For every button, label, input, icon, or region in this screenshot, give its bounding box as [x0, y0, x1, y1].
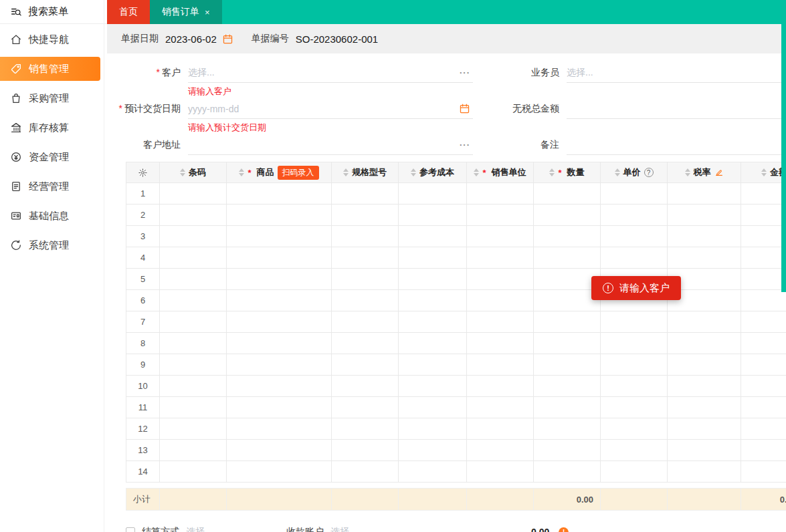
grid-cell[interactable] — [467, 205, 534, 226]
grid-cell[interactable] — [332, 290, 399, 311]
sidebar-item-purchase-bag[interactable]: 采购管理 — [0, 84, 107, 113]
sort-icon[interactable] — [239, 168, 244, 176]
grid-cell[interactable] — [160, 418, 227, 440]
grid-cell[interactable] — [399, 269, 467, 290]
grid-cell[interactable] — [227, 247, 332, 269]
vertical-scrollbar[interactable] — [781, 24, 786, 292]
ellipsis-picker-icon[interactable] — [460, 68, 473, 78]
delivery-date-input[interactable]: yyyy-mm-dd — [188, 99, 473, 119]
customer-address-input[interactable] — [188, 135, 473, 155]
grid-cell[interactable] — [534, 226, 601, 247]
grid-cell[interactable] — [399, 440, 467, 461]
batch-edit-icon[interactable] — [714, 168, 724, 177]
grid-cell[interactable] — [534, 461, 601, 483]
sidebar-item-inventory[interactable]: 库存核算 — [0, 113, 107, 142]
grid-cell[interactable] — [332, 311, 399, 333]
tab-home[interactable]: 首页 — [107, 0, 150, 24]
column-header-cost[interactable]: 参考成本 — [399, 162, 467, 183]
grid-cell[interactable] — [160, 461, 227, 483]
column-header-barcode[interactable]: 条码 — [160, 162, 227, 183]
grid-cell[interactable] — [467, 376, 534, 397]
notax-total-input[interactable] — [567, 99, 786, 119]
grid-cell[interactable] — [741, 247, 786, 269]
grid-cell[interactable] — [227, 333, 332, 354]
grid-cell[interactable] — [741, 461, 786, 483]
sort-icon[interactable] — [549, 168, 555, 176]
grid-cell[interactable] — [227, 440, 332, 461]
grid-cell[interactable] — [668, 354, 741, 376]
grid-cell[interactable] — [741, 290, 786, 311]
grid-cell[interactable] — [467, 183, 534, 205]
grid-cell[interactable] — [668, 183, 741, 205]
grid-cell[interactable] — [332, 376, 399, 397]
grid-cell[interactable] — [534, 354, 601, 376]
settlement-checkbox[interactable] — [126, 527, 135, 532]
column-header-qty[interactable]: 数量 — [534, 162, 601, 183]
column-header-rownum[interactable] — [126, 162, 160, 183]
grid-cell[interactable] — [227, 183, 332, 205]
grid-cell[interactable] — [227, 205, 332, 226]
grid-cell[interactable] — [399, 461, 467, 483]
grid-cell[interactable] — [160, 440, 227, 461]
ellipsis-picker-icon[interactable] — [460, 140, 473, 150]
column-header-amount[interactable]: 金额 — [741, 162, 786, 183]
grid-cell[interactable] — [332, 269, 399, 290]
grid-cell[interactable] — [399, 290, 467, 311]
grid-cell[interactable] — [601, 354, 668, 376]
tab-sales-order[interactable]: 销售订单× — [150, 0, 222, 24]
grid-cell[interactable] — [399, 376, 467, 397]
grid-cell[interactable] — [467, 269, 534, 290]
grid-cell[interactable] — [534, 418, 601, 440]
grid-cell[interactable] — [601, 226, 668, 247]
grid-cell[interactable] — [227, 269, 332, 290]
grid-cell[interactable] — [332, 226, 399, 247]
grid-cell[interactable] — [668, 205, 741, 226]
grid-cell[interactable] — [399, 311, 467, 333]
grid-cell[interactable] — [160, 333, 227, 354]
grid-cell[interactable] — [160, 290, 227, 311]
grid-cell[interactable] — [160, 183, 227, 205]
grid-cell[interactable] — [467, 440, 534, 461]
grid-cell[interactable] — [227, 418, 332, 440]
grid-cell[interactable] — [534, 269, 601, 290]
grid-cell[interactable] — [399, 333, 467, 354]
customer-select[interactable]: 选择... — [188, 63, 473, 83]
sidebar-item-info-card[interactable]: 基础信息 — [0, 201, 107, 231]
grid-cell[interactable] — [160, 354, 227, 376]
grid-cell[interactable] — [601, 247, 668, 269]
grid-cell[interactable] — [534, 311, 601, 333]
grid-cell[interactable] — [668, 247, 741, 269]
column-header-product[interactable]: 商品扫码录入 — [227, 162, 332, 183]
grid-cell[interactable] — [601, 418, 668, 440]
remark-input[interactable] — [567, 135, 786, 155]
grid-cell[interactable] — [227, 461, 332, 483]
grid-cell[interactable] — [399, 205, 467, 226]
doc-date-value[interactable]: 2023-06-02 — [165, 33, 217, 45]
grid-cell[interactable] — [160, 247, 227, 269]
grid-cell[interactable] — [399, 354, 467, 376]
sort-icon[interactable] — [761, 168, 767, 176]
grid-cell[interactable] — [467, 397, 534, 418]
close-icon[interactable]: × — [205, 7, 210, 17]
grid-cell[interactable] — [399, 418, 467, 440]
settle-method-select[interactable]: 选择... — [186, 524, 260, 532]
grid-cell[interactable] — [741, 418, 786, 440]
grid-cell[interactable] — [601, 205, 668, 226]
grid-cell[interactable] — [467, 290, 534, 311]
grid-cell[interactable] — [227, 226, 332, 247]
account-select[interactable]: 选择... — [330, 524, 404, 532]
grid-cell[interactable] — [332, 247, 399, 269]
grid-cell[interactable] — [741, 269, 786, 290]
grid-cell[interactable] — [534, 376, 601, 397]
grid-cell[interactable] — [332, 418, 399, 440]
grid-cell[interactable] — [160, 311, 227, 333]
grid-cell[interactable] — [160, 376, 227, 397]
grid-cell[interactable] — [160, 226, 227, 247]
grid-cell[interactable] — [534, 205, 601, 226]
grid-cell[interactable] — [227, 311, 332, 333]
sidebar-item-system-sync[interactable]: 系统管理 — [0, 231, 107, 260]
grid-cell[interactable] — [741, 440, 786, 461]
column-header-spec[interactable]: 规格型号 — [332, 162, 399, 183]
grid-cell[interactable] — [601, 333, 668, 354]
grid-cell[interactable] — [668, 418, 741, 440]
